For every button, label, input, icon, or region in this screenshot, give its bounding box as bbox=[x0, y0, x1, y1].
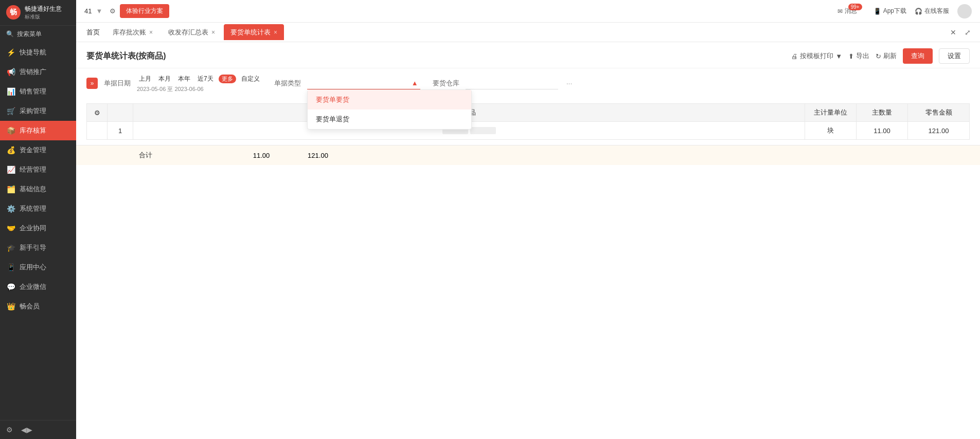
sidebar-item-guide[interactable]: 🎓 新手引导 bbox=[0, 238, 76, 258]
tab-bar: 首页 库存批次账 × 收发存汇总表 × 要货单统计表 × ✕ ⤢ bbox=[76, 23, 980, 42]
warehouse-label: 要货仓库 bbox=[433, 79, 459, 88]
type-dropdown: 要货单要货 要货单退货 bbox=[307, 89, 472, 130]
footer-amount: 121.00 bbox=[287, 152, 349, 159]
sidebar-item-purchase[interactable]: 🛒 采购管理 bbox=[0, 101, 76, 121]
date-opt-custom[interactable]: 自定义 bbox=[239, 74, 262, 84]
search-icon: 🔍 bbox=[6, 30, 14, 38]
page-content: 要货单统计表(按商品) 🖨 按模板打印 ▼ ⬆ 导出 ↻ 刷新 bbox=[76, 42, 980, 439]
user-avatar[interactable] bbox=[957, 4, 972, 19]
th-settings[interactable]: ⚙ bbox=[87, 104, 108, 122]
filter-expand-btn[interactable]: » bbox=[86, 78, 98, 89]
footer-qty: 11.00 bbox=[236, 152, 287, 159]
logo-text: 畅捷通好生意 标准版 bbox=[25, 5, 62, 20]
sidebar-item-marketing[interactable]: 📢 营销推广 bbox=[0, 62, 76, 82]
print-dropdown-icon: ▼ bbox=[835, 52, 842, 60]
row-unit: 块 bbox=[805, 122, 857, 140]
page-inner: 要货单统计表(按商品) 🖨 按模板打印 ▼ ⬆ 导出 ↻ 刷新 bbox=[76, 42, 980, 439]
date-opt-this-year[interactable]: 本年 bbox=[176, 74, 192, 84]
sidebar-item-sales[interactable]: 📊 销售管理 bbox=[0, 82, 76, 101]
sales-icon: 📊 bbox=[6, 87, 15, 96]
sidebar-item-finance[interactable]: 💰 资金管理 bbox=[0, 140, 76, 160]
tab-order-stats[interactable]: 要货单统计表 × bbox=[224, 24, 284, 40]
basic-icon: 🗂️ bbox=[6, 185, 15, 194]
tab-stock-batch[interactable]: 库存批次账 × bbox=[106, 24, 159, 40]
tab-receive-summary[interactable]: 收发存汇总表 × bbox=[162, 24, 222, 40]
tab-home[interactable]: 首页 bbox=[82, 25, 104, 40]
date-label: 单据日期 bbox=[104, 79, 131, 88]
finance-icon: 💰 bbox=[6, 145, 15, 155]
date-opt-more[interactable]: 更多 bbox=[219, 75, 236, 83]
dropdown-item-return[interactable]: 要货单退货 bbox=[308, 109, 471, 129]
main-area: 41 ▼ ⚙ 体验行业方案 ✉ 消息 99+ 📱 App下载 🎧 在线客服 首页 bbox=[76, 0, 980, 439]
header-right: ✉ 消息 99+ 📱 App下载 🎧 在线客服 bbox=[838, 4, 972, 19]
app-download-item[interactable]: 📱 App下载 bbox=[874, 7, 906, 15]
trial-btn[interactable]: 体验行业方案 bbox=[120, 4, 169, 18]
row-amount: 121.00 bbox=[908, 122, 970, 140]
page-title: 要货单统计表(按商品) bbox=[86, 51, 166, 62]
filter-bar: » 单据日期 上月 本月 本年 近7天 更多 自定义 2023-05-06 至 … bbox=[76, 68, 980, 98]
tab-close-receive-summary[interactable]: × bbox=[211, 29, 215, 36]
sidebar-item-business[interactable]: 📈 经营管理 bbox=[0, 160, 76, 179]
sidebar-item-enterprise[interactable]: 🤝 企业协同 bbox=[0, 218, 76, 238]
top-header: 41 ▼ ⚙ 体验行业方案 ✉ 消息 99+ 📱 App下载 🎧 在线客服 bbox=[76, 0, 980, 23]
settings-btn[interactable]: 设置 bbox=[939, 48, 970, 64]
date-opt-7days[interactable]: 近7天 bbox=[195, 74, 216, 84]
sidebar-nav: ⚡ 快捷导航 📢 营销推广 📊 销售管理 🛒 采购管理 📦 库存核算 💰 资金管… bbox=[0, 43, 76, 420]
tab-close-stock-batch[interactable]: × bbox=[149, 29, 153, 36]
th-unit: 主计量单位 bbox=[805, 104, 857, 122]
message-icon: ✉ bbox=[838, 8, 843, 15]
warehouse-input[interactable] bbox=[466, 77, 558, 89]
appstore-icon: 📱 bbox=[6, 263, 15, 272]
tab-close-order-stats[interactable]: × bbox=[274, 29, 277, 36]
warehouse-more-btn[interactable]: ··· bbox=[566, 79, 573, 87]
refresh-icon: ↻ bbox=[876, 52, 881, 60]
member-icon: 👑 bbox=[6, 302, 15, 311]
th-qty: 主数量 bbox=[857, 104, 908, 122]
sidebar-settings-icon[interactable]: ⚙ bbox=[6, 426, 13, 434]
type-label: 单据类型 bbox=[274, 79, 301, 88]
table-footer: 合计 11.00 121.00 bbox=[76, 145, 980, 165]
sidebar-collapse-icon[interactable]: ◀▶ bbox=[21, 426, 32, 434]
row-qty: 11.00 bbox=[857, 122, 908, 140]
row-num: 1 bbox=[108, 122, 133, 140]
online-service-item[interactable]: 🎧 在线客服 bbox=[915, 7, 949, 15]
query-btn[interactable]: 查询 bbox=[903, 48, 933, 64]
search-menu[interactable]: 🔍 搜索菜单 bbox=[0, 26, 76, 43]
tab-expand-icon[interactable]: ⤢ bbox=[961, 27, 974, 38]
sidebar-item-member[interactable]: 👑 畅会员 bbox=[0, 297, 76, 316]
header-settings-icon[interactable]: ⚙ bbox=[110, 7, 116, 15]
table-wrap: ⚙ 商品 主计量单位 主数量 零售金额 1 bbox=[76, 98, 980, 145]
sidebar-item-inventory[interactable]: 📦 库存核算 bbox=[0, 121, 76, 140]
refresh-btn[interactable]: ↻ 刷新 bbox=[876, 51, 897, 61]
sidebar-item-wechat[interactable]: 💬 企业微信 bbox=[0, 277, 76, 297]
date-opt-this-month[interactable]: 本月 bbox=[156, 74, 173, 84]
type-input[interactable] bbox=[307, 77, 409, 89]
type-select[interactable]: ▲ bbox=[307, 77, 420, 89]
phone-icon: 📱 bbox=[874, 8, 881, 15]
tab-controls: ✕ ⤢ bbox=[947, 27, 974, 38]
dropdown-item-order[interactable]: 要货单要货 bbox=[308, 90, 471, 109]
export-icon: ⬆ bbox=[848, 52, 854, 60]
enterprise-icon: 🤝 bbox=[6, 224, 15, 233]
sidebar-item-basic[interactable]: 🗂️ 基础信息 bbox=[0, 179, 76, 199]
messages-item[interactable]: ✉ 消息 99+ bbox=[838, 7, 857, 15]
row-checkbox[interactable] bbox=[87, 122, 108, 140]
dropdown-arrow-icon[interactable]: ▼ bbox=[96, 7, 102, 15]
sidebar-bottom: ⚙ ◀▶ bbox=[0, 420, 76, 439]
headset-icon: 🎧 bbox=[915, 8, 922, 15]
type-dropdown-arrow[interactable]: ▲ bbox=[409, 79, 420, 87]
wechat-icon: 💬 bbox=[6, 282, 15, 291]
sidebar-item-quick-nav[interactable]: ⚡ 快捷导航 bbox=[0, 43, 76, 62]
logo-icon: 畅 bbox=[6, 5, 21, 20]
purchase-icon: 🛒 bbox=[6, 106, 15, 116]
sidebar: 畅 畅捷通好生意 标准版 🔍 搜索菜单 ⚡ 快捷导航 📢 营销推广 📊 销售管理… bbox=[0, 0, 76, 439]
export-btn[interactable]: ⬆ 导出 bbox=[848, 51, 869, 61]
print-template-btn[interactable]: 🖨 按模板打印 ▼ bbox=[791, 51, 842, 61]
sidebar-item-appstore[interactable]: 📱 应用中心 bbox=[0, 258, 76, 277]
sidebar-item-system[interactable]: ⚙️ 系统管理 bbox=[0, 199, 76, 218]
type-select-wrap: ▲ 要货单要货 要货单退货 bbox=[307, 77, 420, 89]
guide-icon: 🎓 bbox=[6, 243, 15, 252]
tab-close-all-icon[interactable]: ✕ bbox=[947, 27, 959, 38]
date-opt-last-month[interactable]: 上月 bbox=[137, 74, 153, 84]
footer-label: 合计 bbox=[133, 151, 236, 160]
